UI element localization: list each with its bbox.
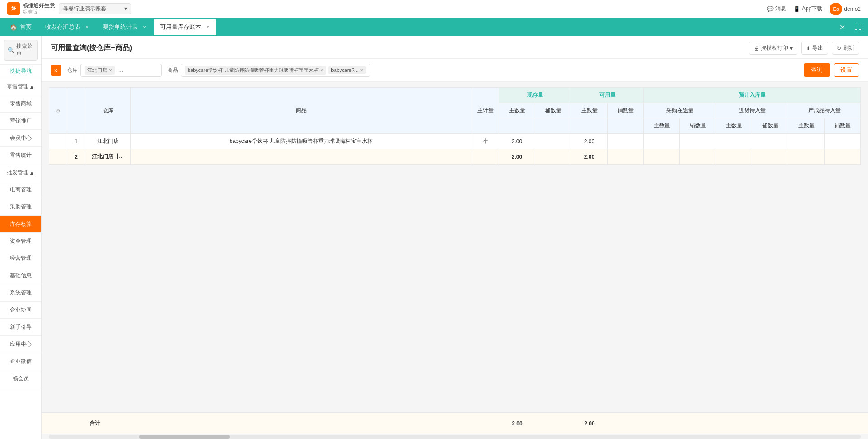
retail-stats-label: 零售统计 [10,151,32,159]
product-tag-2: babycare?... ✕ [328,66,366,74]
sidebar-item-retail-mall[interactable]: 零售商城 [0,95,41,113]
filter-expand-btn[interactable]: » [51,65,61,76]
inventory-label: 库存核算 [10,220,32,228]
sidebar-item-enterprise[interactable]: 企业协同 [0,302,41,319]
sidebar-item-wechat[interactable]: 企业微信 [0,353,41,370]
message-btn[interactable]: 💬 消息 [767,5,786,13]
scroll-bar [42,434,868,439]
sidebar-item-ecommerce[interactable]: 电商管理 [0,181,41,198]
sidebar-item-newbie[interactable]: 新手引导 [0,319,41,336]
product-tag-2-close[interactable]: ✕ [360,68,363,73]
tab-order-stats[interactable]: 要货单统计表 ✕ [96,19,153,35]
cell-pur-aux2 [680,149,716,165]
sidebar-item-member2[interactable]: 畅会员 [0,370,41,387]
query-btn[interactable]: 查询 [804,63,830,77]
sidebar-item-app-center[interactable]: 应用中心 [0,336,41,353]
basic-info-label: 基础信息 [10,272,32,279]
page-actions: 🖨 按模板打印 ▾ ⬆ 导出 ↻ 刷新 [749,42,859,55]
cell-inc-aux2 [752,149,788,165]
tab-receive-label: 收发存汇总表 [45,23,80,31]
cell-unit: 个 [472,134,499,149]
tab-available-close[interactable]: ✕ [206,24,210,30]
print-label: 按模板打印 [761,44,788,52]
print-icon: 🖨 [754,45,759,52]
product-filter-label: 商品 [167,66,178,74]
print-arrow: ▾ [790,45,793,52]
nav-close-btn[interactable]: ✕ [837,22,848,33]
warehouse-filter-label: 仓库 [67,66,78,74]
sidebar-item-basic-info[interactable]: 基础信息 [0,267,41,284]
scroll-thumb[interactable] [139,435,230,439]
sidebar-item-finance[interactable]: 资金管理 [0,233,41,250]
refresh-btn[interactable]: ↻ 刷新 [832,42,859,55]
warehouse-more[interactable]: ... [117,67,125,73]
tab-home-label: 首页 [20,23,32,31]
sidebar-item-inventory[interactable]: 库存核算 [0,216,41,233]
cell-no: 1 [67,134,85,149]
product-tag-1-close[interactable]: ✕ [320,68,324,73]
tab-order-close[interactable]: ✕ [142,24,146,30]
tab-receive-close[interactable]: ✕ [85,24,89,30]
filter-actions: 查询 设置 [804,63,859,77]
th-incoming-group: 进货待入量 [716,103,788,118]
tab-available-label: 可用量库存账本 [160,23,201,31]
cell-inc-main2 [716,149,752,165]
sidebar-item-operations[interactable]: 经营管理 [0,250,41,267]
user-area[interactable]: Ea demo2 [830,3,861,15]
scroll-track[interactable] [49,435,861,439]
purchase-label: 采购管理 [10,203,32,211]
settings-btn[interactable]: 设置 [834,63,859,77]
sidebar-quick-nav[interactable]: 快捷导航 [0,65,41,78]
column-settings-icon[interactable]: ⚙ [56,108,61,114]
download-btn[interactable]: 📱 App下载 [793,5,822,13]
product-tag-1-text: babycare学饮杯 儿童防摔防撞吸管杯重力球吸嘴杯宝宝水杯 [188,67,319,74]
cell-cur-main2: 2.00 [499,149,535,165]
sidebar-item-system[interactable]: 系统管理 [0,284,41,302]
sidebar-item-member[interactable]: 会员中心 [0,130,41,147]
th-available-aux: 辅数量 [608,103,644,118]
cell-inc-aux [752,134,788,149]
cell-avl-aux2 [608,149,644,165]
th-cs-aux [535,118,571,134]
logo-text-block: 畅捷通好生意 标准版 [23,2,55,15]
page-header: 可用量查询(按仓库+商品) 🖨 按模板打印 ▾ ⬆ 导出 ↻ 刷新 [42,36,868,59]
warehouse-tag-close[interactable]: ✕ [108,68,112,73]
footer-spacer2 [67,417,85,430]
cell-inc-main [716,134,752,149]
footer-cur-aux [535,417,571,430]
industry-selector[interactable]: 母婴行业演示账套 ▾ [59,3,131,14]
sidebar-item-retail-mgmt[interactable]: 零售管理 ▲ [0,78,41,95]
sidebar-item-wholesale-mgmt[interactable]: 批发管理 ▲ [0,164,41,181]
footer-cur-main: 2.00 [499,417,535,430]
cell-settings2 [49,149,67,165]
footer-inc-main [716,417,752,430]
sidebar-item-retail-stats[interactable]: 零售统计 [0,147,41,164]
search-menu-btn[interactable]: 🔍 搜索菜单 [4,40,38,61]
product-input[interactable]: babycare学饮杯 儿童防摔防撞吸管杯重力球吸嘴杯宝宝水杯 ✕ babyca… [181,64,370,77]
page-title: 可用量查询(按仓库+商品) [51,43,132,53]
product-filter: 商品 babycare学饮杯 儿童防摔防撞吸管杯重力球吸嘴杯宝宝水杯 ✕ bab… [167,64,370,77]
sidebar-item-marketing[interactable]: 营销推广 [0,113,41,130]
export-icon: ⬆ [806,45,811,52]
content-area: 可用量查询(按仓库+商品) 🖨 按模板打印 ▾ ⬆ 导出 ↻ 刷新 » [42,36,868,439]
tab-available-stock[interactable]: 可用量库存账本 ✕ [154,19,216,35]
main-layout: 🔍 搜索菜单 快捷导航 零售管理 ▲ 零售商城 营销推广 会员中心 零售统计 [0,36,868,439]
cell-pro-aux [825,134,861,149]
footer-pro-main [788,417,825,430]
tab-receive-summary[interactable]: 收发存汇总表 ✕ [39,19,95,35]
th-settings: ⚙ [49,88,67,134]
cell-pur-main2 [644,149,680,165]
cell-product: babycare学饮杯 儿童防摔防撞吸管杯重力球吸嘴杯宝宝水杯 [131,134,472,149]
home-icon: 🏠 [10,24,17,31]
th-av-aux [608,118,644,134]
th-production-group: 产成品待入量 [788,103,861,118]
search-icon: 🔍 [8,47,14,53]
export-btn[interactable]: ⬆ 导出 [801,42,828,55]
warehouse-input[interactable]: 江北门店 ✕ ... [80,64,162,77]
product-tag-1: babycare学饮杯 儿童防摔防撞吸管杯重力球吸嘴杯宝宝水杯 ✕ [185,66,326,75]
message-label: 消息 [775,5,786,13]
sidebar-item-purchase[interactable]: 采购管理 [0,198,41,216]
nav-expand-btn[interactable]: ⛶ [852,22,864,33]
tab-home[interactable]: 🏠 首页 [4,19,38,35]
print-btn[interactable]: 🖨 按模板打印 ▾ [749,42,797,55]
